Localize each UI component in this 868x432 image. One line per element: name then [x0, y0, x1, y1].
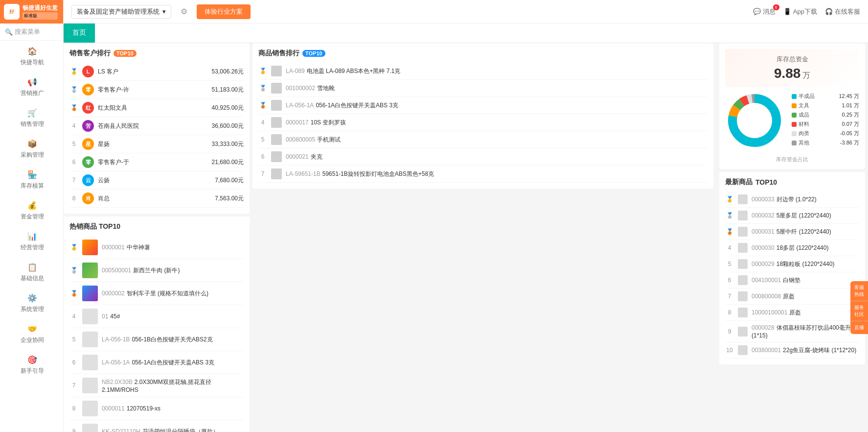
main-wrap: 装备及固定资产辅助管理系统 ▾ ⚙ 体验行业方案 💬 消息 6 📱 App下载 …	[64, 0, 868, 432]
sales-rank-item-3: 4 苦 苍南县人民医院 36,600.00元	[69, 117, 244, 135]
hot-product-item-0: 🥇 0000001中华神薯	[69, 236, 244, 259]
float-customer-service[interactable]: 客服 热线	[850, 281, 868, 301]
rank-amount: 40,925.00元	[212, 104, 244, 112]
sidebar-item-7[interactable]: 📋基础信息	[0, 257, 63, 288]
product-rank-list: 🥇 LA-089电池盖 LA-089 ABS本色+黑种 7.1克 🥈 00100…	[258, 63, 708, 183]
sidebar-icon-3: 📦	[27, 138, 38, 149]
stock-amount: 9.88 万	[731, 66, 853, 81]
sidebar-item-6[interactable]: 📊经营管理	[0, 226, 63, 257]
hot-product-item-7: 8 000001112070519-xs	[69, 397, 244, 420]
content-area: 销售客户排行 TOP10 🥇 L LS 客户 53,006.26元 🥈 零 零售…	[64, 43, 868, 432]
sales-rank-item-5: 6 零 零售客户-于 21,680.00元	[69, 153, 244, 171]
float-live[interactable]: 直播	[850, 321, 868, 334]
product-rank-item-3: 4 000001710S 变刹罗孩	[258, 114, 708, 131]
sidebar-item-9[interactable]: 🤝企业协同	[0, 318, 63, 349]
sales-rank-panel: 销售客户排行 TOP10 🥇 L LS 客户 53,006.26元 🥈 零 零售…	[64, 43, 250, 214]
hot-product-item-6: 7 NB2.0X30B2.0X30MM双搓花轴,搓花直径2.1MM/ROHS	[69, 374, 244, 397]
sales-rank-item-2: 🥉 红 红太阳文具 40,925.00元	[69, 99, 244, 117]
sales-rank-item-4: 5 星 星扬 33,333.00元	[69, 135, 244, 153]
newest-thumb-4	[738, 259, 748, 269]
rank-amount: 21,680.00元	[212, 158, 244, 167]
legend-dot	[792, 94, 797, 99]
rank-avatar: L	[82, 66, 94, 77]
sidebar-item-1[interactable]: 📢营销推广	[0, 72, 63, 102]
newest-product-name: 00000315厘中纤 (1220*2440)	[752, 228, 859, 236]
sidebar-icon-1: 📢	[27, 76, 38, 87]
product-rank-number: 🥉	[258, 102, 267, 109]
float-community[interactable]: 服务 社区	[850, 301, 868, 321]
newest-product-name: 00380000122g鱼豆腐-烧烤味 (1*12*20)	[752, 346, 859, 355]
trial-btn[interactable]: 体验行业方案	[197, 4, 251, 19]
product-rank-item-1: 🥈 001000002雪地靴	[258, 80, 708, 97]
sidebar-item-4[interactable]: 🏪库存核算	[0, 164, 63, 195]
newest-product-name: 0000028体倡嘉枝味苏打饮品400毫升 (1*15)	[752, 324, 859, 339]
sales-rank-item-6: 7 云 云扬 7,680.00元	[69, 171, 244, 190]
sidebar-item-5[interactable]: 💰资金管理	[0, 195, 63, 226]
hot-product-name: 0000001中华神薯	[102, 243, 244, 252]
product-thumb-placeholder	[271, 66, 282, 76]
product-thumb-placeholder	[271, 134, 282, 145]
rank-amount: 53,006.26元	[212, 68, 244, 76]
page-tabs: 首页	[64, 24, 868, 43]
hot-product-name: LA-056-1A056-1A白色按键开关盖ABS 3克	[102, 359, 244, 367]
rank-avatar: 肖	[82, 192, 94, 204]
rank-amount: 7,680.00元	[215, 176, 244, 185]
newest-item-6: 7 000800008原盔	[725, 288, 859, 305]
product-thumb-placeholder	[271, 117, 282, 128]
newest-item-4: 5 000002918颗粒板 (1220*2440)	[725, 256, 859, 272]
app-download-btn[interactable]: 📱 App下载	[783, 7, 817, 16]
chevron-down-icon: ▾	[162, 8, 166, 15]
newest-thumb-6	[738, 291, 748, 301]
hot-product-item-2: 🥉 0000002智利车子里 (规格不知道填什么)	[69, 282, 244, 305]
legend-dot	[792, 103, 797, 108]
product-thumb-placeholder	[271, 100, 282, 111]
newest-thumb-0	[738, 194, 748, 204]
rank-avatar: 苦	[82, 120, 94, 132]
legend-item: 文具 1.01 万	[792, 102, 859, 109]
rank-number: 8	[69, 195, 78, 202]
newest-item-5: 6 004100001白钢垫	[725, 272, 859, 288]
sidebar-icon-9: 🤝	[27, 323, 38, 334]
logo-text: 畅捷通好生意 标准版	[23, 4, 58, 20]
hot-rank-number: 🥇	[69, 244, 78, 251]
sidebar-logo: 好 畅捷通好生意 标准版	[0, 0, 63, 24]
rank-amount: 51,183.00元	[212, 86, 244, 94]
search-menu[interactable]: 🔍 搜索菜单	[0, 24, 63, 41]
sidebar-item-10[interactable]: 🎯新手引导	[0, 349, 63, 380]
sidebar-item-2[interactable]: 🛒销售管理	[0, 102, 63, 133]
rank-name: 零售客户-许	[98, 86, 208, 94]
system-select[interactable]: 装备及固定资产辅助管理系统 ▾	[71, 5, 171, 19]
newest-product-name: 0000033封边带 (1.0*22)	[752, 195, 859, 204]
product-image-2	[82, 286, 98, 301]
product-rank-title: 商品销售排行 TOP10	[258, 49, 708, 58]
topbar-right: 💬 消息 6 📱 App下载 🎧 在线客服	[753, 7, 860, 16]
newest-product-name: 10000100001原盔	[752, 309, 859, 317]
product-rank-number: 6	[258, 153, 267, 160]
product-thumb-placeholder	[271, 168, 282, 179]
legend-dot	[792, 113, 797, 118]
sidebar-item-0[interactable]: 🏠快捷导航	[0, 41, 63, 72]
hot-product-name: 0145#	[102, 313, 244, 320]
product-placeholder-4	[82, 332, 98, 347]
sidebar-item-3[interactable]: 📦采购管理	[0, 133, 63, 164]
legend-dot	[792, 122, 797, 127]
product-rank-item-5: 6 0000021夹克	[258, 148, 708, 166]
hot-rank-number: 🥉	[69, 290, 78, 297]
hot-product-name: 000500001新西兰牛肉 (新牛)	[102, 266, 244, 275]
product-image-0	[82, 240, 98, 255]
rank-number: 7	[69, 177, 78, 184]
messages-btn[interactable]: 💬 消息 6	[753, 7, 776, 16]
product-placeholder-7	[82, 401, 98, 416]
hot-product-name: 000001112070519-xs	[102, 405, 244, 412]
settings-icon[interactable]: ⚙	[177, 5, 191, 19]
hot-product-item-4: 5 LA-056-1B056-1B白色按键开关壳ABS2克	[69, 328, 244, 351]
rank-avatar: 红	[82, 102, 94, 114]
product-placeholder-3	[82, 309, 98, 324]
tab-home[interactable]: 首页	[64, 24, 95, 43]
online-service-btn[interactable]: 🎧 在线客服	[825, 7, 860, 16]
product-rank-number: 🥇	[258, 68, 267, 74]
rank-number: 5	[69, 141, 78, 147]
sidebar-nav: 🏠快捷导航📢营销推广🛒销售管理📦采购管理🏪库存核算💰资金管理📊经营管理📋基础信息…	[0, 41, 63, 380]
hot-rank-number: 7	[69, 382, 78, 389]
sidebar-item-8[interactable]: ⚙️系统管理	[0, 288, 63, 318]
